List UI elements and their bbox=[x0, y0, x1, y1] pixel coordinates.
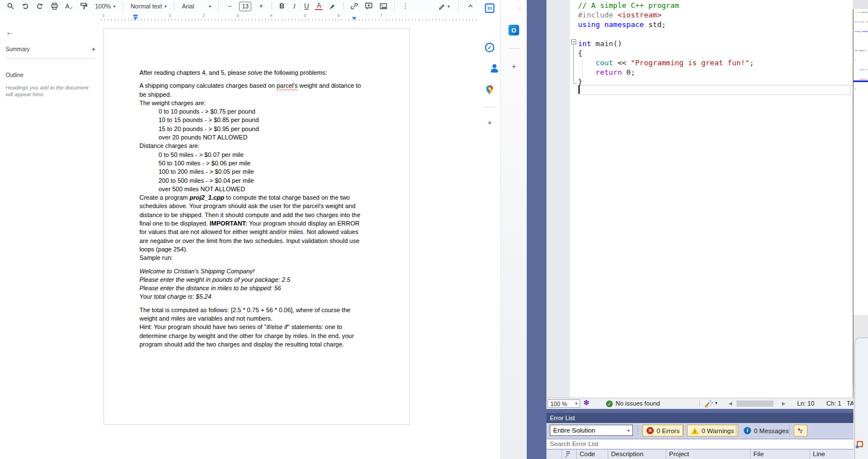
bold-button[interactable]: B bbox=[278, 2, 286, 10]
document-line: Hint: Your program should have two serie… bbox=[139, 323, 378, 331]
editing-mode-button[interactable]: ▾ bbox=[436, 3, 451, 10]
paragraph-block: A shipping company calculates charges ba… bbox=[139, 82, 378, 262]
document-line: Sample run: bbox=[139, 254, 378, 262]
editor-indicator-margin[interactable] bbox=[546, 0, 570, 398]
editor-status-bar: 100 %▾ ❇ ✓ No issues found ▾ ◀ ▶ Ln: 10 … bbox=[546, 398, 853, 409]
outlook-icon[interactable]: O bbox=[509, 25, 519, 35]
code-cleanup-icon[interactable] bbox=[704, 399, 714, 409]
hide-menus-button[interactable] bbox=[465, 2, 476, 11]
code-line: using namespace std; bbox=[578, 20, 754, 29]
insert-link-icon[interactable] bbox=[349, 2, 359, 11]
filter-button[interactable] bbox=[794, 425, 807, 436]
outline-heading: Outline bbox=[6, 72, 24, 78]
scroll-right-arrow[interactable]: ▶ bbox=[782, 401, 785, 406]
document-line: 15 to 20 pounds - > $0.95 per pound bbox=[139, 125, 378, 133]
messages-filter-button[interactable]: i 0 Messages bbox=[740, 425, 792, 436]
warning-icon: ! bbox=[691, 428, 699, 434]
column-header-description[interactable]: Description bbox=[608, 449, 666, 459]
fold-collapse-icon[interactable]: − bbox=[571, 39, 576, 44]
paragraph-style-select[interactable]: Normal text▾ bbox=[129, 3, 168, 10]
document-line: 100 to 200 miles - > $0.05 per mile bbox=[139, 168, 378, 176]
toolbar-divider bbox=[736, 425, 736, 435]
minimap-caret-line bbox=[853, 80, 868, 82]
column-header-file[interactable]: File bbox=[751, 449, 810, 459]
column-header-project[interactable]: Project bbox=[666, 449, 751, 459]
minimap-line: { bbox=[855, 59, 856, 61]
add-sidebar-app-button[interactable]: + bbox=[512, 62, 516, 71]
error-list-panel: Error List Entire Solution▾ ✕ 0 Errors !… bbox=[546, 413, 853, 459]
more-options-button[interactable]: ⋮ bbox=[400, 2, 410, 11]
error-scope-select[interactable]: Entire Solution▾ bbox=[550, 425, 633, 436]
severity-column-icon[interactable] bbox=[562, 449, 577, 459]
document-line: Create a program proj2_1.cpp to compute … bbox=[139, 194, 378, 202]
document-health-icon[interactable]: ❇ bbox=[584, 399, 589, 407]
docs-left-sidebar: ← Summary + Outline Headings you add to … bbox=[0, 22, 101, 459]
zoom-select[interactable]: 100%▾ bbox=[93, 3, 117, 10]
google-calendar-icon[interactable]: 31 bbox=[485, 3, 495, 13]
document-line: are negative or over the limit from the … bbox=[139, 237, 378, 245]
google-side-panel: 31 ✓ + bbox=[479, 0, 500, 459]
document-line: Welcome to Cristian's Shipping Company! bbox=[139, 267, 378, 276]
error-list-search-input[interactable]: Search Error List bbox=[546, 439, 853, 449]
statusbar-divider bbox=[699, 400, 700, 407]
paint-format-icon[interactable] bbox=[79, 2, 89, 11]
add-comment-icon[interactable] bbox=[364, 2, 374, 11]
edge-sidebar: O + bbox=[500, 0, 527, 459]
minimap-line: int main() bbox=[855, 50, 866, 52]
scrollbar-minimap[interactable]: // A simple C++ program#include <iostrea… bbox=[853, 9, 868, 315]
horizontal-scrollbar[interactable]: ◀ ▶ bbox=[727, 399, 789, 408]
visual-studio-window: − // A simple C++ program#include <iostr… bbox=[527, 0, 868, 459]
document-line: weight and miles are variables and not n… bbox=[139, 314, 378, 323]
get-add-ons-button[interactable]: + bbox=[487, 118, 492, 127]
toolbar-divider bbox=[682, 425, 683, 435]
undo-icon[interactable] bbox=[20, 2, 30, 11]
sliver-window-top bbox=[853, 0, 868, 9]
document-line: 200 to 500 miles - > $0.04 per mile bbox=[139, 177, 378, 185]
toolbar-divider bbox=[789, 425, 790, 435]
warnings-filter-button[interactable]: ! 0 Warnings bbox=[687, 425, 738, 436]
spelling-check-icon[interactable]: A✓ bbox=[64, 2, 74, 11]
error-list-header-row[interactable]: Code Description Project File Line bbox=[546, 449, 853, 459]
right-indent-marker[interactable] bbox=[352, 17, 356, 20]
code-cleanup-caret[interactable]: ▾ bbox=[715, 400, 717, 406]
insert-image-icon[interactable] bbox=[378, 2, 388, 11]
code-line bbox=[578, 29, 754, 39]
document-page[interactable]: After reading chapters 4, and 5, please … bbox=[103, 28, 410, 425]
back-button[interactable]: ← bbox=[6, 27, 14, 37]
highlight-color-icon[interactable] bbox=[327, 2, 337, 11]
ruler-ticks bbox=[101, 19, 495, 21]
document-line: over 20 pounds NOT ALLOWED bbox=[139, 133, 378, 142]
column-header-line[interactable]: Line bbox=[810, 449, 838, 459]
ruler-number: 5 bbox=[304, 13, 306, 18]
google-maps-icon[interactable] bbox=[485, 85, 494, 97]
print-icon[interactable] bbox=[49, 2, 60, 11]
code-line: return 0; bbox=[578, 68, 754, 77]
underline-button[interactable]: U bbox=[302, 2, 310, 10]
search-icon[interactable] bbox=[6, 2, 16, 11]
decrease-font-size-button[interactable]: − bbox=[224, 2, 234, 11]
horizontal-ruler[interactable]: 11234567 bbox=[101, 15, 500, 21]
scroll-left-arrow[interactable]: ◀ bbox=[729, 401, 732, 406]
error-list-title[interactable]: Error List bbox=[546, 413, 853, 423]
errors-filter-button[interactable]: ✕ 0 Errors bbox=[643, 425, 684, 436]
ruler-number: 4 bbox=[270, 13, 272, 18]
increase-font-size-button[interactable]: + bbox=[256, 2, 266, 11]
add-summary-button[interactable]: + bbox=[91, 45, 96, 53]
char-indicator: Ch: 1 bbox=[826, 400, 841, 407]
italic-button[interactable]: I bbox=[290, 2, 298, 11]
text-color-button[interactable]: A bbox=[315, 3, 323, 10]
redo-icon[interactable] bbox=[35, 2, 45, 11]
code-line: } bbox=[578, 77, 754, 87]
font-select[interactable]: Arial▾ bbox=[180, 3, 213, 10]
editor-zoom-select[interactable]: 100 %▾ bbox=[548, 399, 580, 408]
document-line: schedules above. Your program should ask… bbox=[139, 202, 378, 210]
scrollbar-thumb[interactable] bbox=[736, 400, 774, 407]
row-handle-column bbox=[546, 449, 562, 459]
google-tasks-icon[interactable]: ✓ bbox=[485, 43, 495, 52]
code-editor[interactable]: − // A simple C++ program#include <iostr… bbox=[570, 0, 853, 398]
error-list-toolbar: Entire Solution▾ ✕ 0 Errors ! 0 Warnings… bbox=[546, 423, 853, 439]
font-size-field[interactable]: 13 bbox=[239, 2, 251, 11]
column-header-code[interactable]: Code bbox=[577, 449, 608, 459]
minimap-line: // A simple C++ program bbox=[855, 11, 868, 14]
document-line: Your total charge is: $5.24 bbox=[139, 292, 378, 301]
